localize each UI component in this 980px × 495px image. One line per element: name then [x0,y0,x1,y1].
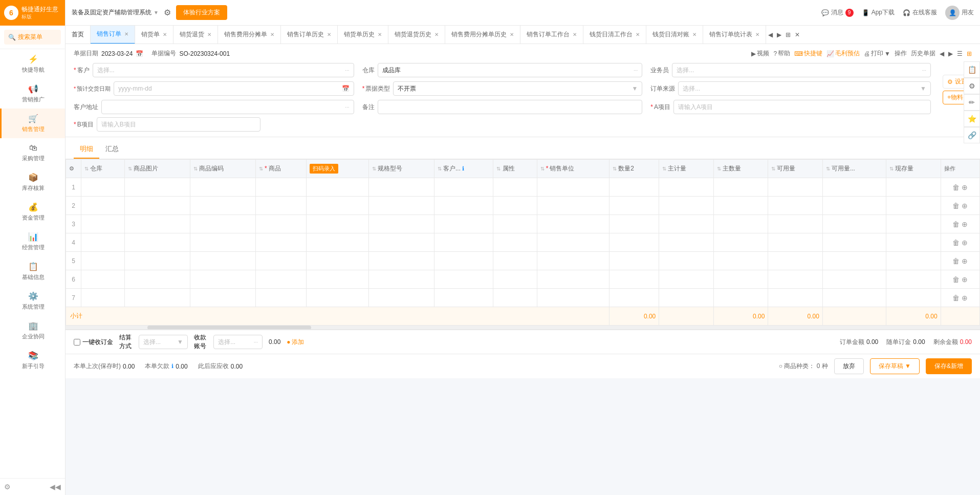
row-delete-btn[interactable]: 🗑 [952,220,960,228]
user-menu-button[interactable]: 👤 用友 [945,6,974,20]
row-copy-btn[interactable]: ⊕ [962,183,968,191]
rpanel-btn-4[interactable]: ⭐ [964,111,980,127]
b-project-input[interactable]: 请输入B项目 [97,117,260,132]
tab-stats[interactable]: 销售订单统计表 ✕ [703,26,766,44]
tab-fee-split[interactable]: 销售费用分摊单 ✕ [218,26,281,44]
sidebar-item-operation[interactable]: 📊 经营管理 [0,227,65,256]
tab-next-btn[interactable]: ▶ [775,31,783,38]
tab-close-icon[interactable]: ✕ [124,31,128,37]
grid-view-btn[interactable]: ⊞ [967,50,972,57]
tab-order-workbench[interactable]: 销售订单工作台 ✕ [520,26,583,44]
tab-menu-btn[interactable]: ⊞ [783,31,793,38]
tab-prev-btn[interactable]: ◀ [766,31,775,38]
list-view-btn[interactable]: ☰ [957,50,963,57]
tab-close-all-btn[interactable]: ✕ [793,31,802,38]
tab-sales-slip[interactable]: 销货单 ✕ [135,26,173,44]
table-scrollbar[interactable] [66,326,980,330]
sidebar-item-purchase[interactable]: 🛍 采购管理 [0,138,65,167]
sidebar-item-enterprise[interactable]: 🏢 企业协同 [0,316,65,346]
tab-close-icon[interactable]: ✕ [692,32,696,37]
one-click-checkbox[interactable]: 一键收订金 [74,338,113,347]
row-delete-btn[interactable]: 🗑 [952,275,960,284]
sidebar-item-inventory[interactable]: 📦 库存核算 [0,167,65,197]
row-copy-btn[interactable]: ⊕ [962,202,968,210]
row-copy-btn[interactable]: ⊕ [962,220,968,228]
tab-close-icon[interactable]: ✕ [378,32,382,37]
tab-close-icon[interactable]: ✕ [636,32,640,37]
row-delete-btn[interactable]: 🗑 [952,294,960,302]
scan-button[interactable]: 扫码录入 [310,164,338,174]
row-delete-btn[interactable]: 🗑 [952,239,960,247]
rpanel-btn-5[interactable]: 🔗 [964,127,980,143]
tab-close-icon[interactable]: ✕ [270,32,274,37]
tab-close-icon[interactable]: ✕ [327,32,331,37]
a-project-input[interactable]: 请输入A项目 [673,100,931,114]
calendar-icon[interactable]: 📅 [136,50,143,57]
add-deposit-button[interactable]: ● 添加 [287,338,303,347]
print-button[interactable]: 🖨 打印 ▼ [864,49,890,58]
save-draft-button[interactable]: 保存草稿 ▼ [870,358,920,374]
tab-close-icon[interactable]: ✕ [434,32,439,37]
remarks-input[interactable] [378,100,643,114]
tab-home[interactable]: 首页 [66,26,91,44]
settlement-select[interactable]: 选择... ▼ [139,335,188,349]
invoice-select[interactable]: 不开票 ▼ [393,81,642,96]
customer-input[interactable]: 选择... ··· [93,63,354,77]
tab-sales-order[interactable]: 销售订单 ✕ [91,26,135,44]
rpanel-btn-3[interactable]: ✏ [964,94,980,111]
row-copy-btn[interactable]: ⊕ [962,239,968,247]
message-button[interactable]: 💬 消息 9 [821,8,854,17]
delivery-input[interactable]: yyyy-mm-dd 📅 [114,81,354,96]
row-delete-btn[interactable]: 🗑 [952,257,960,265]
history-button[interactable]: 历史单据 [911,49,935,58]
tab-close-icon[interactable]: ✕ [755,32,759,37]
address-input[interactable]: ··· [101,100,354,114]
tab-close-icon[interactable]: ✕ [163,32,167,37]
profit-button[interactable]: 📈 毛利预估 [826,49,860,58]
discard-button[interactable]: 放弃 [834,358,864,374]
staff-input[interactable]: 选择... ··· [672,63,931,77]
online-service-button[interactable]: 🎧 在线客服 [903,8,937,17]
app-download-button[interactable]: 📱 App下载 [862,8,895,17]
sidebar-settings-btn[interactable]: ⚙ [4,483,11,491]
rpanel-btn-2[interactable]: ⚙ [964,78,980,94]
sidebar-item-basic-info[interactable]: 📋 基础信息 [0,256,65,286]
nav-prev-btn[interactable]: ◀ [940,50,944,57]
tab-close-icon[interactable]: ✕ [573,32,577,37]
tab-order-history[interactable]: 销售订单历史 ✕ [281,26,338,44]
row-copy-btn[interactable]: ⊕ [962,257,968,265]
one-click-input[interactable] [74,339,80,346]
topbar-settings-button[interactable]: ⚙ [164,8,171,17]
sidebar-item-sales[interactable]: 🛒 销售管理 [0,109,65,138]
rpanel-btn-1[interactable]: 📋 [964,61,980,78]
tab-close-icon[interactable]: ✕ [207,32,211,37]
warehouse-input[interactable]: 成品库 ··· [378,63,643,77]
search-menu-button[interactable]: 🔍 搜索菜单 [4,30,61,45]
tab-fee-split-history[interactable]: 销售费用分摊单历史 ✕ [445,26,520,44]
tab-daily-workbench[interactable]: 钱货日清工作台 ✕ [583,26,646,44]
tab-sales-return[interactable]: 销货退货 ✕ [173,26,218,44]
row-copy-btn[interactable]: ⊕ [962,275,968,284]
tab-slip-history[interactable]: 销货单历史 ✕ [338,26,388,44]
help-button[interactable]: ? 帮助 [773,49,790,58]
tab-summary[interactable]: 汇总 [99,140,125,159]
row-delete-btn[interactable]: 🗑 [952,183,960,191]
tab-close-icon[interactable]: ✕ [510,32,514,37]
shortcut-button[interactable]: ⌨ 快捷键 [794,49,822,58]
save-new-button[interactable]: 保存&新增 [926,358,972,374]
row-copy-btn[interactable]: ⊕ [962,294,968,302]
sidebar-item-guide[interactable]: 📚 新手引导 [0,346,65,375]
tab-return-history[interactable]: 销货退货历史 ✕ [388,26,445,44]
sidebar-item-quick-nav[interactable]: ⚡ 快捷导航 [0,49,65,79]
tab-daily-reconcile[interactable]: 钱货日清对账 ✕ [646,26,703,44]
tab-detail[interactable]: 明细 [74,140,99,159]
account-input[interactable]: 选择... ··· [213,335,263,349]
solution-button[interactable]: 体验行业方案 [176,5,227,20]
sidebar-collapse-btn[interactable]: ◀◀ [50,483,61,491]
actions-button[interactable]: 操作 [895,49,907,58]
nav-next-btn[interactable]: ▶ [948,50,953,57]
sidebar-item-marketing[interactable]: 📢 营销推广 [0,79,65,109]
sidebar-item-capital[interactable]: 💰 资金管理 [0,197,65,227]
view-button[interactable]: ▶ 视频 [751,49,769,58]
row-delete-btn[interactable]: 🗑 [952,202,960,210]
